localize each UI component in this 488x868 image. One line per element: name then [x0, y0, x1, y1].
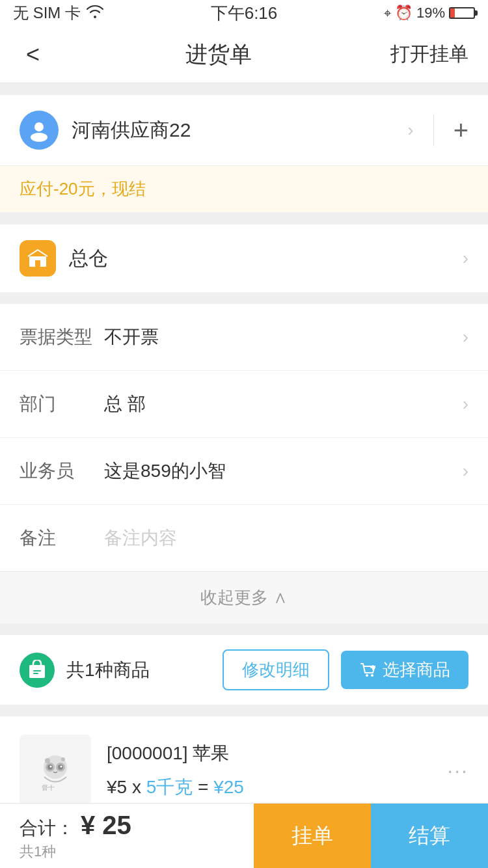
svg-rect-3: [35, 260, 40, 267]
select-product-label: 选择商品: [383, 658, 450, 681]
bottom-bar: 合计： ¥ 25 共1种 挂单 结算: [0, 803, 488, 868]
location-icon: ⌖: [384, 6, 391, 21]
svg-point-19: [61, 766, 62, 768]
svg-point-12: [45, 758, 50, 763]
supplier-avatar: [20, 111, 59, 150]
battery-icon: [449, 7, 475, 19]
salesman-value: 这是859的小智: [104, 459, 463, 483]
salesman-label: 业务员: [20, 459, 104, 483]
salesman-row[interactable]: 业务员 这是859的小智 ›: [0, 437, 488, 504]
cart-icon: [359, 661, 377, 679]
price-unit: ¥5: [107, 777, 127, 797]
gap-1: [0, 83, 488, 95]
total-label: 合计：: [20, 816, 74, 841]
svg-point-1: [31, 133, 47, 142]
products-count: 共1种商品: [66, 658, 223, 683]
total-section: 合计： ¥ 25 共1种: [0, 804, 254, 868]
svg-point-13: [61, 757, 65, 761]
supplier-divider: [433, 114, 434, 146]
department-label: 部门: [20, 392, 104, 416]
invoice-chevron-icon: ›: [463, 327, 468, 347]
status-left: 无 SIM 卡: [13, 3, 104, 23]
hang-order-button[interactable]: 挂单: [254, 804, 371, 868]
product-price: ¥5 x 5千克 = ¥25: [107, 775, 431, 800]
svg-text:督十: 督十: [42, 784, 55, 791]
department-chevron-icon: ›: [463, 394, 468, 414]
warehouse-row[interactable]: 总仓 ›: [0, 224, 488, 292]
battery-text: 19%: [416, 5, 445, 21]
alarm-icon: ⏰: [395, 5, 413, 21]
svg-point-18: [50, 766, 52, 768]
svg-rect-6: [33, 673, 38, 674]
supplier-section: 河南供应商22 › + 应付-20元，现结: [0, 95, 488, 213]
products-header: 共1种商品 修改明细 选择商品: [0, 635, 488, 705]
product-image-icon: 督十: [33, 748, 78, 793]
remark-label: 备注: [20, 526, 104, 550]
form-section: 票据类型 不开票 › 部门 总 部 › 业务员 这是859的小智 › 备注 备注…: [0, 304, 488, 623]
invoice-row[interactable]: 票据类型 不开票 ›: [0, 304, 488, 370]
modify-detail-button[interactable]: 修改明细: [223, 649, 329, 690]
svg-rect-5: [33, 670, 41, 671]
product-quantity: 5千克: [146, 777, 193, 797]
supplier-row[interactable]: 河南供应商22 › +: [0, 95, 488, 166]
warehouse-icon: [20, 240, 56, 277]
open-hang-button[interactable]: 打开挂单: [390, 41, 468, 68]
price-eq: =: [198, 777, 213, 797]
products-icon: [20, 653, 55, 688]
more-options-button[interactable]: ···: [447, 759, 468, 783]
department-value: 总 部: [104, 392, 463, 416]
nav-bar: < 进货单 打开挂单: [0, 26, 488, 83]
status-right: ⌖ ⏰ 19%: [384, 5, 475, 21]
product-title: 苹果: [193, 743, 229, 763]
gap-3: [0, 292, 488, 304]
department-row[interactable]: 部门 总 部 ›: [0, 370, 488, 437]
back-button[interactable]: <: [20, 34, 46, 75]
warehouse-name: 总仓: [69, 245, 463, 272]
svg-point-0: [34, 122, 44, 131]
total-row: 合计： ¥ 25: [20, 811, 234, 841]
notice-bar: 应付-20元，现结: [0, 166, 488, 213]
total-amount: ¥ 25: [81, 811, 131, 840]
page-title: 进货单: [185, 40, 252, 70]
svg-point-8: [371, 674, 373, 677]
invoice-value: 不开票: [104, 325, 463, 349]
checkout-button[interactable]: 结算: [371, 804, 488, 868]
price-x: x: [132, 777, 146, 797]
add-supplier-button[interactable]: +: [454, 117, 468, 143]
product-name: [0000001] 苹果: [107, 741, 431, 766]
salesman-chevron-icon: ›: [463, 461, 468, 481]
warehouse-section: 总仓 ›: [0, 224, 488, 292]
collapse-bar[interactable]: 收起更多 ∧: [0, 571, 488, 623]
carrier-text: 无 SIM 卡: [13, 3, 81, 23]
gap-4: [0, 623, 488, 635]
product-total: ¥25: [213, 777, 244, 797]
status-bar: 无 SIM 卡 下午6:16 ⌖ ⏰ 19%: [0, 0, 488, 26]
warehouse-chevron-icon: ›: [463, 248, 468, 269]
total-sub: 共1种: [20, 842, 234, 861]
remark-row[interactable]: 备注 备注内容: [0, 504, 488, 571]
status-time: 下午6:16: [211, 2, 278, 25]
supplier-name: 河南供应商22: [72, 117, 407, 144]
wifi-icon: [86, 4, 104, 22]
remark-placeholder: 备注内容: [104, 526, 468, 550]
product-code: [0000001]: [107, 743, 188, 763]
product-thumbnail: 督十: [20, 735, 91, 806]
product-info: [0000001] 苹果 ¥5 x 5千克 = ¥25: [107, 741, 431, 800]
supplier-chevron-icon: ›: [407, 120, 413, 141]
invoice-label: 票据类型: [20, 325, 104, 349]
select-product-button[interactable]: 选择商品: [341, 651, 468, 689]
gap-2: [0, 213, 488, 224]
svg-point-7: [366, 674, 368, 677]
